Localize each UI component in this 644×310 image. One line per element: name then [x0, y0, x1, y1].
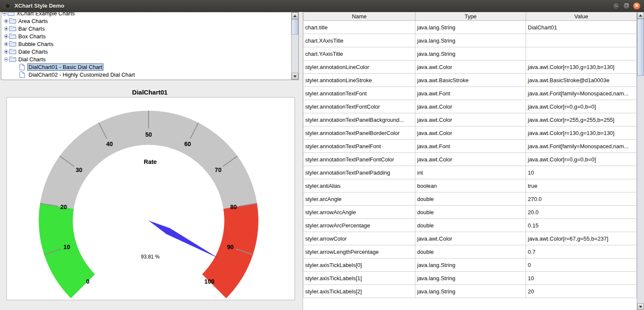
cell-name: styler.arrowLengthPercentage	[303, 245, 415, 258]
table-row[interactable]: chart.titlejava.lang.StringDialChart01	[303, 21, 637, 34]
cell-type: java.awt.Font	[415, 140, 526, 153]
cell-type: java.awt.Color	[415, 113, 526, 126]
cell-value[interactable]: java.awt.Font[family=Monospaced,nam...	[526, 87, 637, 100]
dial-tick-label: 10	[63, 244, 70, 250]
table-row[interactable]: styler.axisTickLabels[0]java.lang.String…	[303, 258, 637, 272]
cell-type: java.lang.String	[415, 47, 526, 60]
folder-icon	[9, 56, 17, 62]
table-row[interactable]: styler.axisTickLabels[1]java.lang.String…	[303, 272, 637, 285]
dial-chart: 0102030405060708090100Rate93.81 %	[6, 97, 295, 300]
split-divider-horizontal[interactable]	[0, 80, 299, 85]
cell-value[interactable]: java.awt.Color[r=255,g=255,b=255]	[526, 113, 637, 126]
table-row[interactable]: styler.arcAngledouble270.0	[303, 192, 637, 206]
table-row[interactable]: styler.annotationTextPanelFontjava.awt.F…	[303, 140, 637, 153]
scroll-up-button[interactable]	[637, 12, 644, 19]
cell-value[interactable]: 0.7	[526, 245, 637, 258]
folder-icon	[9, 18, 17, 24]
scrollbar-thumb[interactable]	[637, 19, 644, 76]
cell-value[interactable]: java.awt.Color[r=67,g=55,b=237]	[526, 232, 637, 245]
tree-item-label: Area Charts	[17, 17, 49, 25]
cell-value[interactable]: 10	[526, 166, 637, 179]
table-row[interactable]: styler.annotationTextPanelBorderColorjav…	[303, 126, 637, 140]
tree-item[interactable]: Dial Charts	[1, 55, 291, 63]
cell-type: java.awt.Color	[415, 126, 526, 140]
cell-value[interactable]: java.awt.Color[r=0,g=0,b=0]	[526, 153, 637, 166]
table-row[interactable]: styler.annotationTextFontColorjava.awt.C…	[303, 100, 637, 113]
tree-item[interactable]: DialChart01 - Basic Dial Chart	[1, 63, 291, 71]
table-row[interactable]: styler.annotationTextPanelPaddingint10	[303, 166, 637, 179]
table-row[interactable]: styler.annotationTextPanelFontColorjava.…	[303, 153, 637, 166]
cell-value[interactable]	[526, 34, 637, 47]
table-row[interactable]: styler.antiAliasbooleantrue	[303, 179, 637, 192]
cell-type: double	[415, 192, 526, 206]
cell-value[interactable]: 10	[526, 272, 637, 285]
split-divider-vertical[interactable]	[299, 12, 303, 310]
tree-item[interactable]: Date Charts	[1, 48, 291, 55]
cell-value[interactable]: java.awt.Color[r=0,g=0,b=0]	[526, 100, 637, 113]
cell-value[interactable]: 0	[526, 258, 637, 272]
cell-name: styler.antiAlias	[303, 179, 415, 192]
expand-handle-icon[interactable]	[4, 19, 9, 23]
cell-type: java.awt.Color	[415, 153, 526, 166]
tree-item[interactable]: XChart Example Charts	[1, 12, 291, 17]
tree-item[interactable]: Area Charts	[1, 17, 291, 25]
table-row[interactable]: styler.arrowArcAngledouble20.0	[303, 206, 637, 219]
cell-value[interactable]: true	[526, 179, 637, 192]
collapse-handle-icon[interactable]	[2, 12, 8, 16]
minimize-button[interactable]: –	[613, 2, 620, 10]
tree-item[interactable]: Bar Charts	[1, 25, 291, 32]
arrow-down-icon	[639, 306, 642, 308]
expand-handle-icon[interactable]	[4, 42, 9, 46]
maximize-button[interactable]: ❐	[623, 2, 630, 10]
scroll-down-button[interactable]	[292, 73, 298, 80]
table-row[interactable]: styler.annotationTextFontjava.awt.Fontja…	[303, 87, 637, 100]
cell-name: styler.arrowArcAngle	[303, 206, 415, 219]
scrollbar-thumb[interactable]	[292, 19, 298, 34]
cell-value[interactable]	[526, 47, 637, 60]
column-header[interactable]: Type	[415, 12, 526, 21]
tree-item[interactable]: Box Charts	[1, 32, 291, 40]
scroll-down-button[interactable]	[637, 303, 644, 310]
close-button[interactable]: ✕	[633, 2, 641, 10]
table-row[interactable]: chart.XAxisTitlejava.lang.String	[303, 34, 637, 47]
table-row[interactable]: styler.annotationTextPanelBackground...j…	[303, 113, 637, 126]
table-row[interactable]: styler.annotationLineStrokejava.awt.Basi…	[303, 74, 637, 87]
left-column: XChart Example ChartsArea ChartsBar Char…	[0, 12, 299, 310]
column-header[interactable]: Value	[526, 12, 637, 21]
cell-name: styler.annotationLineColor	[303, 60, 415, 74]
tree-item-label: Box Charts	[17, 33, 47, 40]
table-row[interactable]: styler.axisTickLabels[2]java.lang.String…	[303, 285, 637, 298]
tree-item[interactable]: Bubble Charts	[1, 40, 291, 48]
table-row[interactable]: styler.arrowColorjava.awt.Colorjava.awt.…	[303, 232, 637, 245]
table-row[interactable]: chart.YAxisTitlejava.lang.String	[303, 47, 637, 60]
cell-value[interactable]: 270.0	[526, 192, 637, 206]
scrollbar-track[interactable]	[292, 19, 298, 73]
cell-value[interactable]: 20.0	[526, 206, 637, 219]
cell-value[interactable]: 20	[526, 285, 637, 298]
cell-value[interactable]: java.awt.Color[r=130,g=130,b=130]	[526, 60, 637, 74]
scroll-up-button[interactable]	[292, 12, 298, 19]
cell-type: java.awt.Font	[415, 87, 526, 100]
cell-value[interactable]: 0.15	[526, 219, 637, 232]
arrow-down-icon	[293, 75, 297, 78]
expand-handle-icon[interactable]	[4, 49, 9, 54]
expand-handle-icon[interactable]	[4, 26, 9, 31]
table-row[interactable]: styler.annotationLineColorjava.awt.Color…	[303, 60, 637, 74]
folder-icon	[9, 41, 17, 47]
cell-value[interactable]: java.awt.BasicStroke@d1a0003e	[526, 74, 637, 87]
table-row[interactable]: styler.arrowArcPercentagedouble0.15	[303, 219, 637, 232]
table-row[interactable]: styler.arrowLengthPercentagedouble0.7	[303, 245, 637, 258]
cell-name: styler.annotationTextPanelBorderColor	[303, 126, 415, 140]
tree-scrollbar[interactable]	[291, 12, 298, 80]
cell-value[interactable]: DialChart01	[526, 21, 637, 34]
expand-handle-icon[interactable]	[4, 34, 9, 39]
titlebar[interactable]: XChart Style Demo – ❐ ✕	[0, 0, 644, 12]
tree-item[interactable]: DialChart02 - Highly Customized Dial Cha…	[1, 71, 291, 78]
column-header[interactable]: Name	[303, 12, 415, 21]
cell-value[interactable]: java.awt.Font[family=Monospaced,nam...	[526, 140, 637, 153]
table-scrollbar[interactable]	[637, 12, 644, 310]
tree-item-label: Bubble Charts	[17, 40, 54, 48]
cell-value[interactable]: java.awt.Color[r=130,g=130,b=130]	[526, 126, 637, 140]
scrollbar-track[interactable]	[637, 19, 644, 303]
collapse-handle-icon[interactable]	[4, 57, 9, 62]
